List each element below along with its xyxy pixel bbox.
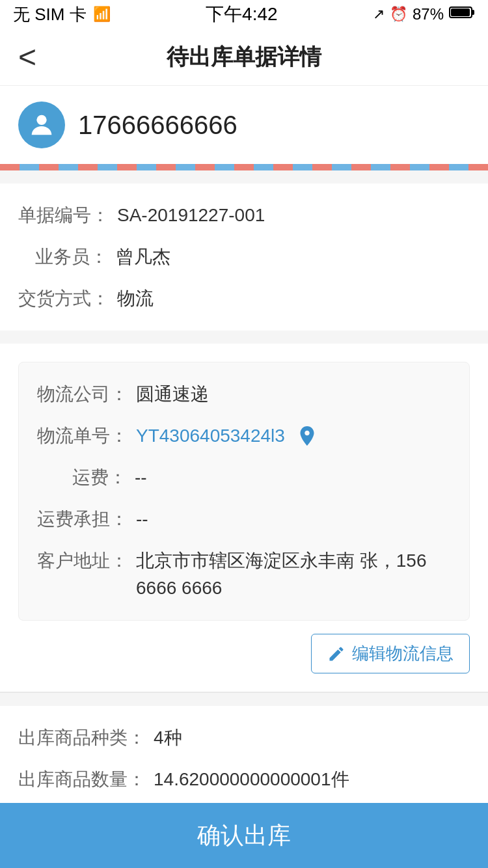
document-number-value: SA-20191227-001 xyxy=(117,202,470,229)
avatar-icon xyxy=(27,110,57,140)
carrier-text: 无 SIM 卡 xyxy=(13,3,87,26)
freight-row: 运费： -- xyxy=(37,464,451,491)
logistics-company-value: 圆通速递 xyxy=(136,381,451,408)
tracking-number-label: 物流单号： xyxy=(37,422,136,450)
delivery-method-row: 交货方式： 物流 xyxy=(18,285,470,312)
status-time: 下午4:42 xyxy=(206,2,278,27)
goods-quantity-value: 14.620000000000001件 xyxy=(154,766,470,793)
order-info-section: 单据编号： SA-20191227-001 业务员： 曾凡杰 交货方式： 物流 xyxy=(0,183,488,331)
battery-icon xyxy=(449,5,475,23)
logistics-section: 物流公司： 圆通速递 物流单号： YT43064053424l3 运费： -- … xyxy=(0,344,488,692)
location-status-icon: ↗ xyxy=(373,6,385,23)
confirm-outbound-button[interactable]: 确认出库 xyxy=(0,803,488,868)
confirm-bar: 确认出库 xyxy=(0,803,488,868)
goods-quantity-row: 出库商品数量： 14.620000000000001件 xyxy=(18,766,470,793)
section-divider xyxy=(0,692,488,693)
tracking-number-row: 物流单号： YT43064053424l3 xyxy=(37,422,451,450)
status-bar: 无 SIM 卡 📶 下午4:42 ↗ ⏰ 87% xyxy=(0,0,488,29)
freight-label: 运费： xyxy=(37,464,135,491)
freight-value: -- xyxy=(135,464,451,491)
svg-rect-2 xyxy=(451,8,470,16)
alarm-icon: ⏰ xyxy=(390,6,407,23)
battery-text: 87% xyxy=(413,5,444,23)
freight-bearer-row: 运费承担： -- xyxy=(37,506,451,533)
customer-avatar xyxy=(18,102,65,148)
salesperson-label: 业务员： xyxy=(18,243,116,271)
edit-icon xyxy=(327,645,346,663)
salesperson-row: 业务员： 曾凡杰 xyxy=(18,243,470,271)
status-right: ↗ ⏰ 87% xyxy=(373,5,475,23)
address-row: 客户地址： 北京市市辖区海淀区永丰南 张，156 6666 6666 xyxy=(37,547,451,602)
back-button[interactable]: < xyxy=(18,39,36,75)
logistics-company-row: 物流公司： 圆通速递 xyxy=(37,381,451,408)
delivery-method-label: 交货方式： xyxy=(18,285,117,312)
freight-bearer-value: -- xyxy=(136,506,451,533)
nav-bar: < 待出库单据详情 xyxy=(0,29,488,86)
tracking-number-value: YT43064053424l3 xyxy=(136,422,285,450)
logistics-card: 物流公司： 圆通速递 物流单号： YT43064053424l3 运费： -- … xyxy=(18,362,470,621)
goods-category-value: 4种 xyxy=(154,724,470,752)
svg-point-3 xyxy=(36,115,46,125)
customer-phone: 17666666666 xyxy=(78,111,237,140)
status-left: 无 SIM 卡 📶 xyxy=(13,3,111,26)
document-number-row: 单据编号： SA-20191227-001 xyxy=(18,202,470,229)
tracking-row: YT43064053424l3 xyxy=(136,422,319,450)
address-label: 客户地址： xyxy=(37,547,136,575)
document-number-label: 单据编号： xyxy=(18,202,117,229)
wifi-icon: 📶 xyxy=(93,6,111,23)
logistics-company-label: 物流公司： xyxy=(37,381,136,408)
address-value: 北京市市辖区海淀区永丰南 张，156 6666 6666 xyxy=(136,547,451,602)
edit-logistics-button[interactable]: 编辑物流信息 xyxy=(311,634,470,673)
page-title: 待出库单据详情 xyxy=(167,42,321,72)
salesperson-value: 曾凡杰 xyxy=(116,243,470,271)
goods-category-label: 出库商品种类： xyxy=(18,724,154,752)
dashed-divider xyxy=(0,164,488,170)
freight-bearer-label: 运费承担： xyxy=(37,506,136,533)
goods-category-row: 出库商品种类： 4种 xyxy=(18,724,470,752)
customer-header: 17666666666 xyxy=(0,86,488,164)
delivery-method-value: 物流 xyxy=(117,285,470,312)
goods-quantity-label: 出库商品数量： xyxy=(18,766,154,793)
edit-logistics-area: 编辑物流信息 xyxy=(18,634,470,673)
edit-logistics-label: 编辑物流信息 xyxy=(352,642,454,665)
svg-rect-1 xyxy=(472,10,474,15)
location-pin-icon[interactable] xyxy=(295,424,319,448)
